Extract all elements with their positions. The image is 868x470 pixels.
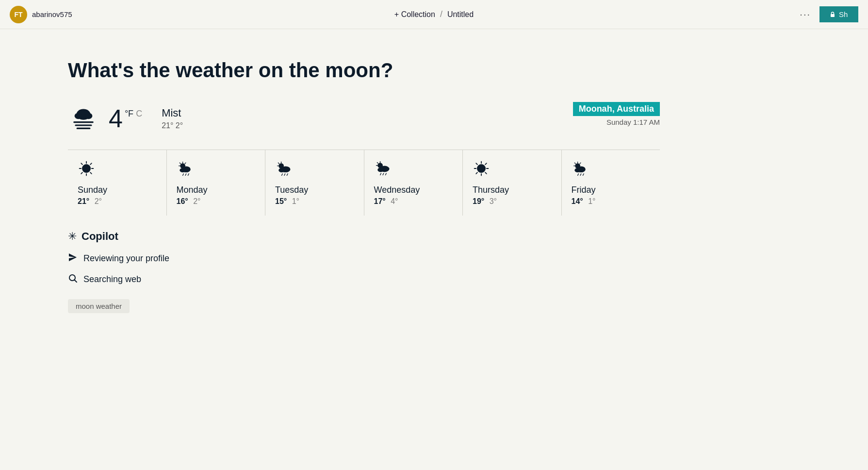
svg-line-15 [81,172,82,174]
svg-line-51 [485,164,487,165]
svg-line-56 [574,163,575,164]
svg-line-41 [380,173,381,175]
reviewing-label: Reviewing your profile [83,253,169,264]
forecast-friday: Friday 14° 1° [562,150,660,216]
sunday-icon [78,160,157,181]
svg-line-33 [284,174,285,176]
current-weather: 4 °F C Mist 21° 2° Moonah, Australia Sun… [68,102,660,135]
share-button[interactable]: Sh [819,6,858,22]
wednesday-icon [374,160,453,181]
wednesday-label: Wednesday [374,185,453,195]
svg-line-60 [577,174,578,176]
svg-rect-5 [75,125,92,126]
friday-temps: 14° 1° [572,197,651,206]
location-box: Moonah, Australia Sunday 1:17 AM [573,102,660,126]
svg-point-44 [477,164,486,173]
current-hi: 21° [162,121,173,130]
svg-line-13 [90,172,92,174]
svg-point-59 [574,168,581,172]
copilot-icon: ✳ [68,230,77,243]
forecast-monday: Monday 16° 2° [167,150,266,216]
send-icon [68,252,78,265]
svg-line-49 [476,164,477,165]
svg-line-62 [583,174,584,176]
copilot-header: ✳ Copilot [68,230,660,243]
svg-line-25 [188,174,189,176]
svg-line-50 [485,172,487,174]
svg-rect-4 [73,121,94,123]
copilot-step-2: Searching web [68,273,660,285]
monday-temps: 16° 2° [177,197,256,206]
svg-line-24 [185,174,186,176]
search-term-pill: moon weather [68,299,130,313]
header-left: FT abarinov575 [10,6,72,23]
svg-line-52 [476,172,477,174]
tuesday-label: Tuesday [275,185,354,195]
weather-description: Mist 21° 2° [162,107,183,130]
current-lo: 2° [176,121,183,130]
svg-line-12 [81,164,82,165]
forecast-sunday: Sunday 21° 2° [68,150,167,216]
thursday-temps: 19° 3° [473,197,552,206]
sunday-temps: 21° 2° [78,197,157,206]
more-options-button[interactable]: ··· [796,7,815,22]
svg-rect-6 [77,128,91,129]
svg-line-19 [180,163,180,164]
avatar-initials: FT [14,11,22,18]
tuesday-icon [275,160,354,181]
share-label: Sh [839,10,848,18]
svg-point-40 [377,168,384,172]
svg-point-3 [84,113,92,119]
tuesday-temps: 15° 1° [275,197,354,206]
svg-line-38 [377,163,378,164]
search-icon [68,273,78,285]
current-weather-icon [68,102,99,135]
svg-rect-0 [831,14,835,17]
monday-icon [177,160,256,181]
svg-line-43 [385,173,386,175]
svg-line-64 [75,280,77,283]
header: FT abarinov575 + Collection / Untitled ·… [0,0,868,29]
collection-button[interactable]: + Collection [394,10,435,19]
svg-point-7 [82,164,91,173]
svg-point-31 [278,168,285,172]
lock-icon [829,11,836,18]
svg-line-14 [90,164,92,165]
page-title: What's the weather on the moon? [68,58,660,83]
svg-point-22 [180,168,186,172]
header-right: ··· Sh [796,6,858,22]
svg-line-20 [185,163,186,164]
weather-hi-lo: 21° 2° [162,121,183,130]
thursday-icon [473,160,552,181]
avatar: FT [10,6,27,23]
main-content: What's the weather on the moon? 4 °F C M… [0,29,728,333]
wednesday-temps: 17° 4° [374,197,453,206]
weather-condition: Mist [162,107,183,119]
sunday-label: Sunday [78,185,157,195]
forecast-row: Sunday 21° 2° [68,150,660,216]
svg-line-34 [287,174,288,176]
breadcrumb-separator: / [440,9,442,19]
svg-point-2 [75,113,82,119]
svg-line-29 [278,163,279,164]
username-label: abarinov575 [32,10,72,18]
document-title: Untitled [447,10,474,19]
friday-icon [572,160,651,181]
current-temp: 4 °F C [109,104,142,133]
searching-label: Searching web [83,274,141,285]
forecast-thursday: Thursday 19° 3° [463,150,562,216]
svg-line-32 [282,174,283,176]
location-time: Sunday 1:17 AM [573,118,660,126]
copilot-section: ✳ Copilot Reviewing your profile Searchi… [68,230,660,313]
svg-line-42 [383,173,384,175]
thursday-label: Thursday [473,185,552,195]
forecast-wednesday: Wednesday 17° 4° [364,150,463,216]
temp-unit: °F C [125,109,142,119]
svg-line-23 [182,174,183,176]
forecast-tuesday: Tuesday 15° 1° [265,150,364,216]
location-name: Moonah, Australia [573,102,660,116]
monday-label: Monday [177,185,256,195]
svg-line-61 [580,174,581,176]
copilot-title: Copilot [82,230,118,243]
friday-label: Friday [572,185,651,195]
